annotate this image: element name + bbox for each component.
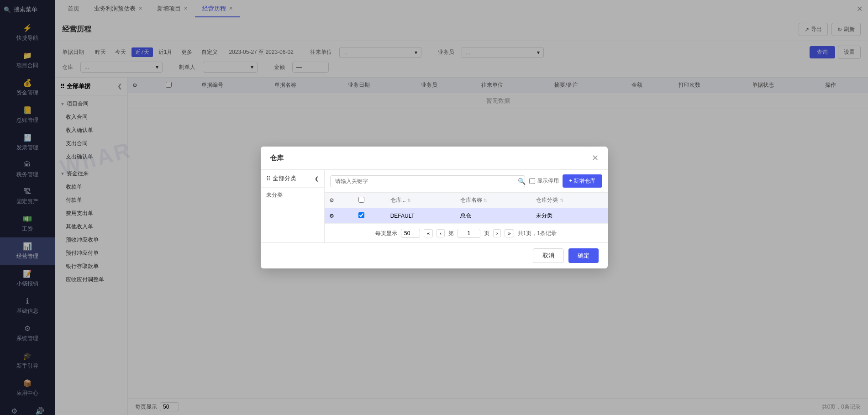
modal-page-suffix: 页 bbox=[484, 230, 489, 237]
show-disabled-checkbox[interactable] bbox=[529, 178, 535, 184]
modal-close-button[interactable]: ✕ bbox=[592, 153, 599, 163]
modal-category-list: 未分类 bbox=[261, 188, 324, 203]
col-name-sort: ⇅ bbox=[484, 198, 487, 203]
modal-grid-icon: ⠿ bbox=[266, 175, 271, 182]
modal-cancel-button[interactable]: 取消 bbox=[533, 248, 564, 263]
modal-header: 仓库 ✕ bbox=[261, 147, 608, 170]
modal-table-body: ⚙ DEFAULT 总仓 未分类 bbox=[325, 208, 608, 224]
row-code: DEFAULT bbox=[386, 208, 456, 224]
modal-all-category-label: 全部分类 bbox=[273, 174, 296, 183]
row-category: 未分类 bbox=[531, 208, 607, 224]
modal-table-header: ⚙ 仓库... ⇅ 仓库名称 ⇅ bbox=[325, 193, 608, 208]
modal-left-panel: ⠿ 全部分类 ❮ 未分类 bbox=[261, 170, 325, 242]
modal-col-settings[interactable]: ⚙ bbox=[325, 193, 354, 208]
modal-pagination: 每页显示 50 « ‹ 第 页 › » 共1页，1条记录 bbox=[325, 224, 608, 242]
row-checkbox[interactable] bbox=[354, 208, 385, 224]
modal-page-size-select[interactable]: 50 bbox=[401, 229, 420, 238]
modal-category-unclassified[interactable]: 未分类 bbox=[261, 188, 324, 203]
modal-search-input[interactable] bbox=[330, 175, 526, 187]
modal-show-disabled: 显示停用 bbox=[529, 177, 559, 185]
table-row[interactable]: ⚙ DEFAULT 总仓 未分类 bbox=[325, 208, 608, 224]
modal-page-label: 第 bbox=[448, 230, 454, 237]
modal-search-icon[interactable]: 🔍 bbox=[518, 178, 526, 185]
modal-body: ⠿ 全部分类 ❮ 未分类 🔍 显示停用 + 新增 bbox=[261, 170, 608, 242]
modal-page-input[interactable] bbox=[458, 229, 480, 238]
row-settings[interactable]: ⚙ bbox=[325, 208, 354, 224]
row-name: 总仓 bbox=[456, 208, 531, 224]
modal-col-code[interactable]: 仓库... ⇅ bbox=[386, 193, 456, 208]
modal-confirm-button[interactable]: 确定 bbox=[568, 248, 599, 263]
modal-per-page-label: 每页显示 bbox=[375, 230, 397, 237]
modal-col-checkbox[interactable] bbox=[354, 193, 385, 208]
modal-col-name[interactable]: 仓库名称 ⇅ bbox=[456, 193, 531, 208]
row-select-checkbox[interactable] bbox=[358, 212, 364, 218]
show-disabled-label: 显示停用 bbox=[537, 177, 559, 185]
modal-toolbar: 🔍 显示停用 + 新增仓库 bbox=[325, 170, 608, 193]
modal-title: 仓库 bbox=[270, 154, 284, 163]
modal-table-area: ⚙ 仓库... ⇅ 仓库名称 ⇅ bbox=[325, 193, 608, 224]
col-code-sort: ⇅ bbox=[407, 198, 411, 203]
modal-first-page-btn[interactable]: « bbox=[424, 229, 433, 237]
modal-overlay: 仓库 ✕ ⠿ 全部分类 ❮ 未分类 🔍 bbox=[0, 0, 868, 415]
modal-collapse-icon[interactable]: ❮ bbox=[315, 176, 319, 182]
modal-right-panel: 🔍 显示停用 + 新增仓库 ⚙ bbox=[325, 170, 608, 242]
add-warehouse-button[interactable]: + 新增仓库 bbox=[563, 174, 602, 188]
modal-left-header[interactable]: ⠿ 全部分类 ❮ bbox=[261, 170, 324, 188]
modal-footer: 取消 确定 bbox=[261, 242, 608, 268]
modal-select-all[interactable] bbox=[358, 197, 364, 203]
warehouse-modal: 仓库 ✕ ⠿ 全部分类 ❮ 未分类 🔍 bbox=[261, 147, 608, 268]
modal-next-page-btn[interactable]: › bbox=[493, 229, 501, 237]
modal-warehouse-table: ⚙ 仓库... ⇅ 仓库名称 ⇅ bbox=[325, 193, 608, 224]
modal-total-label: 共1页，1条记录 bbox=[518, 230, 557, 237]
modal-prev-page-btn[interactable]: ‹ bbox=[437, 229, 445, 237]
modal-col-category[interactable]: 仓库分类 ⇅ bbox=[531, 193, 607, 208]
col-category-sort: ⇅ bbox=[560, 198, 563, 203]
modal-last-page-btn[interactable]: » bbox=[505, 229, 514, 237]
